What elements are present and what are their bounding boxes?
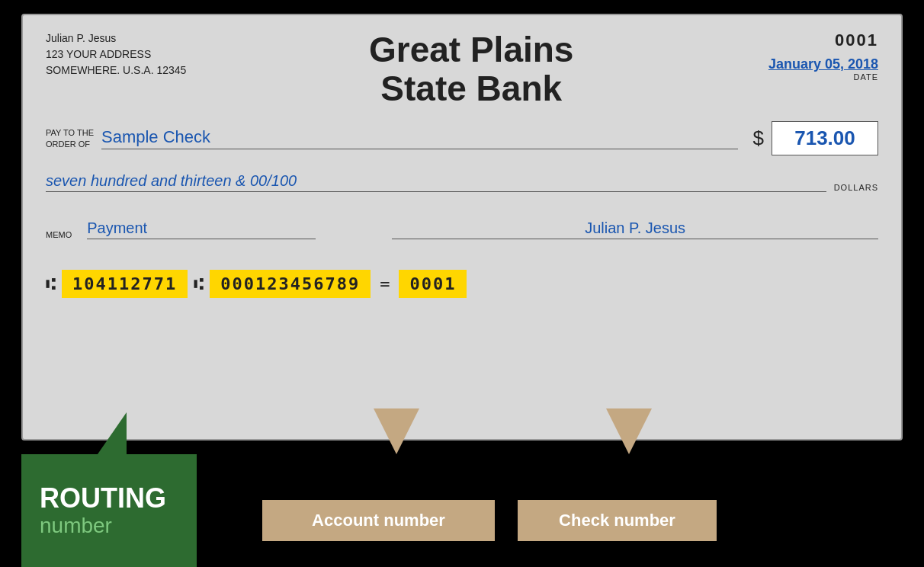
memo-value: Payment [87, 219, 147, 236]
routing-label-box: ROUTING number [21, 454, 197, 567]
bank-name: Great Plains State Bank [201, 30, 741, 107]
check-number-micr: 0001 [399, 270, 467, 298]
micr-equals-symbol: = [380, 274, 390, 293]
dollars-label: DOLLARS [834, 183, 878, 192]
account-number-label: Account number [262, 500, 495, 541]
pay-label: PAY TO THE ORDER OF [46, 127, 94, 149]
bottom-section: ROUTING number Account number Check numb… [0, 454, 924, 567]
date-value: January 05, 2018 [768, 56, 878, 72]
account-label-text: Account number [312, 511, 445, 530]
account-pointer-arrow [374, 408, 419, 454]
dollar-symbol: $ [753, 127, 764, 150]
check-number-display: 0001 [817, 30, 878, 50]
micr-left-symbol: ⑆ [46, 274, 56, 293]
pay-to-line: Sample Check [101, 127, 738, 149]
check-pointer-arrow [606, 408, 652, 454]
payee-name: Sample Check [101, 127, 210, 146]
micr-row: ⑆ 104112771 ⑆ 000123456789 = 0001 [46, 270, 878, 298]
bank-name-text: Great Plains State Bank [201, 30, 741, 107]
memo-label: MEMO [46, 230, 72, 239]
amount-box: 713.00 [772, 121, 878, 155]
holder-address2: SOMEWHERE. U.S.A. 12345 [46, 62, 186, 78]
date-section: January 05, 2018 DATE [768, 56, 878, 82]
routing-number: 104112771 [62, 270, 188, 298]
micr-middle-symbol: ⑆ [194, 274, 204, 293]
memo-row: MEMO Payment Julian P. Jesus [46, 219, 878, 239]
check-number-label: Check number [518, 500, 717, 541]
account-holder-info: Julian P. Jesus 123 YOUR ADDRESS SOMEWHE… [46, 30, 186, 78]
top-right: 0001 January 05, 2018 DATE [756, 30, 878, 82]
holder-name: Julian P. Jesus [46, 30, 186, 46]
memo-line: Payment [87, 219, 316, 239]
routing-pointer-arrow [98, 412, 127, 454]
pay-to-row: PAY TO THE ORDER OF Sample Check $ 713.0… [46, 121, 878, 155]
check-top-row: Julian P. Jesus 123 YOUR ADDRESS SOMEWHE… [46, 30, 878, 107]
number-word: number [40, 514, 197, 538]
written-amount: seven hundred and thirteen & 00/100 [46, 172, 826, 192]
account-number: 000123456789 [210, 270, 371, 298]
holder-address1: 123 YOUR ADDRESS [46, 46, 186, 62]
signature-line: Julian P. Jesus [392, 219, 878, 239]
check-label-text: Check number [559, 511, 675, 530]
check-document: Julian P. Jesus 123 YOUR ADDRESS SOMEWHE… [21, 14, 903, 440]
signature-value: Julian P. Jesus [585, 219, 685, 236]
written-amount-row: seven hundred and thirteen & 00/100 DOLL… [46, 172, 878, 192]
date-label: DATE [768, 72, 878, 82]
amount-value: 713.00 [794, 127, 855, 149]
routing-word: ROUTING [40, 483, 197, 514]
